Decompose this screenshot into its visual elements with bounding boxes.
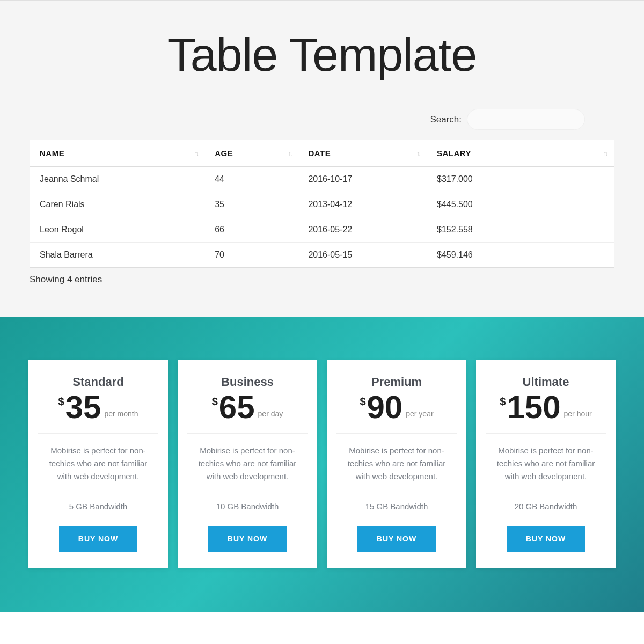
cell-age: 44 — [205, 167, 298, 192]
column-label: DATE — [308, 149, 331, 158]
plan-description: Mobirise is perfect for non-techies who … — [336, 444, 457, 493]
plan-name: Standard — [38, 375, 158, 389]
cell-salary: $152.558 — [427, 217, 614, 243]
search-label: Search: — [430, 114, 462, 125]
price-line: $35per month — [38, 391, 158, 434]
plan-name: Premium — [336, 375, 457, 389]
search-bar: Search: — [30, 109, 614, 130]
plan-card-ultimate: Ultimate$150per hourMobirise is perfect … — [476, 360, 616, 568]
cell-date: 2016-05-22 — [298, 217, 427, 243]
cell-name: Caren Rials — [30, 192, 206, 217]
table-row: Caren Rials352013-04-12$445.500 — [30, 192, 614, 217]
plan-card-standard: Standard$35per monthMobirise is perfect … — [28, 360, 168, 568]
search-input[interactable] — [467, 109, 585, 130]
column-label: AGE — [215, 149, 233, 158]
buy-now-button[interactable]: BUY NOW — [208, 526, 287, 552]
buy-now-button[interactable]: BUY NOW — [59, 526, 137, 552]
cell-name: Shala Barrera — [30, 243, 206, 268]
sort-icon: ↑↓ — [416, 150, 420, 157]
currency: $ — [500, 396, 506, 408]
sort-icon: ↑↓ — [194, 150, 197, 157]
price-period: per day — [258, 409, 283, 418]
plan-name: Business — [187, 375, 308, 389]
column-label: NAME — [40, 149, 64, 158]
price-amount: 150 — [507, 391, 560, 423]
cell-date: 2013-04-12 — [298, 192, 427, 217]
currency: $ — [360, 396, 365, 408]
plan-feature: 15 GB Bandwidth — [336, 502, 457, 511]
cell-date: 2016-10-17 — [298, 167, 427, 192]
price-line: $150per hour — [486, 391, 606, 434]
price-period: per hour — [564, 409, 592, 418]
table-info: Showing 4 entries — [30, 274, 614, 285]
plan-card-premium: Premium$90per yearMobirise is perfect fo… — [327, 360, 466, 568]
table-row: Shala Barrera702016-05-15$459.146 — [30, 243, 614, 268]
cell-date: 2016-05-15 — [298, 243, 427, 268]
buy-now-button[interactable]: BUY NOW — [507, 526, 585, 552]
data-table: NAME ↑↓ AGE ↑↓ DATE ↑↓ SALARY ↑↓ Jeanna … — [30, 140, 614, 268]
currency: $ — [58, 396, 64, 408]
table-row: Jeanna Schmal442016-10-17$317.000 — [30, 167, 614, 192]
price-period: per month — [104, 409, 138, 418]
pricing-section: Standard$35per monthMobirise is perfect … — [0, 317, 644, 612]
plan-description: Mobirise is perfect for non-techies who … — [187, 444, 308, 493]
buy-now-button[interactable]: BUY NOW — [357, 526, 436, 552]
column-header-salary[interactable]: SALARY ↑↓ — [427, 140, 614, 167]
cell-name: Jeanna Schmal — [30, 167, 206, 192]
plan-feature: 10 GB Bandwidth — [187, 502, 308, 511]
sort-icon: ↑↓ — [603, 150, 606, 157]
cell-salary: $445.500 — [427, 192, 614, 217]
cell-age: 66 — [205, 217, 298, 243]
plan-feature: 5 GB Bandwidth — [38, 502, 158, 511]
cell-salary: $459.146 — [427, 243, 614, 268]
price-amount: 65 — [219, 391, 255, 423]
plan-description: Mobirise is perfect for non-techies who … — [486, 444, 606, 493]
plan-name: Ultimate — [486, 375, 606, 389]
page-title: Table Template — [30, 27, 614, 82]
plan-feature: 20 GB Bandwidth — [486, 502, 606, 511]
table-row: Leon Rogol662016-05-22$152.558 — [30, 217, 614, 243]
column-label: SALARY — [437, 149, 471, 158]
plan-card-business: Business$65per dayMobirise is perfect fo… — [178, 360, 317, 568]
column-header-name[interactable]: NAME ↑↓ — [30, 140, 206, 167]
price-amount: 90 — [367, 391, 403, 423]
price-line: $65per day — [187, 391, 308, 434]
price-line: $90per year — [336, 391, 457, 434]
price-amount: 35 — [65, 391, 101, 423]
cell-salary: $317.000 — [427, 167, 614, 192]
cell-name: Leon Rogol — [30, 217, 206, 243]
cell-age: 70 — [205, 243, 298, 268]
column-header-age[interactable]: AGE ↑↓ — [205, 140, 298, 167]
column-header-date[interactable]: DATE ↑↓ — [298, 140, 427, 167]
sort-icon: ↑↓ — [288, 150, 291, 157]
currency: $ — [212, 396, 218, 408]
plan-description: Mobirise is perfect for non-techies who … — [38, 444, 158, 493]
price-period: per year — [406, 409, 433, 418]
cell-age: 35 — [205, 192, 298, 217]
